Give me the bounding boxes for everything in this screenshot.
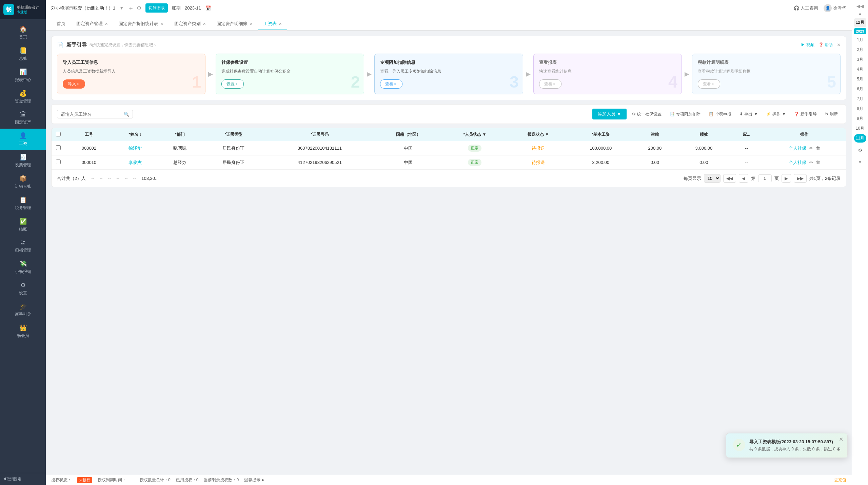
- search-box: 🔍: [57, 110, 133, 118]
- cell-name[interactable]: 徐泽华: [113, 141, 158, 155]
- tab-payroll-table[interactable]: 工资表 ✕: [258, 18, 287, 30]
- per-page-label: 每页显示: [684, 175, 701, 182]
- step3-btn[interactable]: 查看＞: [380, 79, 402, 89]
- step5-btn[interactable]: 查看＞: [698, 79, 720, 89]
- tab-detail[interactable]: 固定资产明细账 ✕: [211, 18, 258, 30]
- rp-month-3[interactable]: 3月: [854, 55, 866, 64]
- cell-action[interactable]: 个人社保 ✏ 🗑: [763, 155, 846, 170]
- select-all-checkbox[interactable]: [56, 132, 61, 136]
- action-link[interactable]: 个人社保: [789, 160, 806, 165]
- social-insurance-button[interactable]: ⚙ 统一社保设置: [629, 109, 664, 119]
- edit-icon[interactable]: ✏: [809, 160, 813, 165]
- tab-close-category[interactable]: ✕: [203, 22, 206, 26]
- cell-action[interactable]: 个人社保 ✏ 🗑: [763, 141, 846, 155]
- th-status[interactable]: *人员状态 ▼: [442, 128, 507, 141]
- sidebar-item-tax[interactable]: 📋 税务管理: [0, 193, 46, 214]
- tab-home[interactable]: 首页: [51, 18, 71, 30]
- th-id-type: *证照类型: [202, 128, 265, 141]
- row-checkbox[interactable]: [56, 145, 61, 150]
- old-version-button[interactable]: 切到旧版: [145, 3, 168, 13]
- rp-up-arrow[interactable]: ▲: [856, 10, 865, 17]
- sidebar-item-funds[interactable]: 💰 资金管理: [0, 86, 46, 108]
- deduction-icon: 📑: [670, 112, 675, 116]
- rp-month-8[interactable]: 8月: [854, 105, 866, 113]
- next-page-button[interactable]: ▶: [782, 174, 791, 183]
- per-page-select[interactable]: 10 20 50: [704, 174, 721, 183]
- refresh-button[interactable]: ↻ 刷新: [822, 109, 841, 119]
- th-report-status[interactable]: 报送状态 ▼: [507, 128, 569, 141]
- export-button[interactable]: ⬇ 导出 ▼: [737, 109, 761, 119]
- sidebar-item-expense[interactable]: 💸 小畅报销: [0, 257, 46, 278]
- charge-link[interactable]: 去充值: [834, 477, 846, 483]
- calendar-icon[interactable]: 📅: [205, 5, 211, 11]
- wizard-close-button[interactable]: ✕: [837, 42, 841, 48]
- search-input[interactable]: [61, 112, 122, 117]
- rp-expand-button[interactable]: ◀◀: [856, 3, 865, 10]
- toast-close-button[interactable]: ✕: [839, 436, 843, 443]
- tab-close-detail[interactable]: ✕: [250, 22, 253, 26]
- sidebar-item-reports[interactable]: 📊 报表中心: [0, 65, 46, 86]
- row-checkbox[interactable]: [56, 160, 61, 164]
- rp-month-6[interactable]: 6月: [854, 85, 866, 93]
- tab-depreciation[interactable]: 固定资产折旧统计表 ✕: [113, 18, 169, 30]
- rp-december[interactable]: 12月: [854, 18, 866, 27]
- add-employee-button[interactable]: 添加人员 ▼: [592, 109, 627, 119]
- rp-month-10[interactable]: 10月: [854, 124, 866, 133]
- page-input[interactable]: [758, 174, 772, 182]
- account-dropdown-arrow[interactable]: ▼: [119, 5, 124, 11]
- tab-fixed-assets[interactable]: 固定资产管理 ✕: [71, 18, 113, 30]
- rp-month-9[interactable]: 9月: [854, 114, 866, 123]
- rp-month-7[interactable]: 7月: [854, 95, 866, 103]
- action-link[interactable]: 个人社保: [789, 146, 806, 151]
- wizard-help-link[interactable]: ❓ 帮助: [818, 42, 833, 48]
- add-account-button[interactable]: ＋: [128, 4, 134, 12]
- ai-consult-button[interactable]: 🎧 人工咨询: [794, 5, 818, 11]
- rp-down-icon[interactable]: ▼: [855, 157, 865, 167]
- rp-month-5[interactable]: 5月: [854, 75, 866, 83]
- invoices-icon: 🧾: [19, 153, 27, 161]
- step4-btn[interactable]: 查看＞: [539, 79, 561, 89]
- sidebar-item-home[interactable]: 🏠 首页: [0, 22, 46, 43]
- sidebar-item-invoices[interactable]: 🧾 发票管理: [0, 150, 46, 171]
- cell-name[interactable]: 李俊杰: [113, 155, 158, 170]
- rp-settings-icon[interactable]: ⚙: [855, 145, 865, 155]
- delete-icon[interactable]: 🗑: [816, 146, 820, 151]
- rp-month-1[interactable]: 1月: [854, 36, 866, 44]
- sidebar-item-payroll[interactable]: 👤 工资: [0, 129, 46, 150]
- rp-month-4[interactable]: 4月: [854, 65, 866, 74]
- prev-page-button[interactable]: ◀: [739, 174, 748, 183]
- tab-close-depreciation[interactable]: ✕: [160, 22, 163, 26]
- sidebar-item-general-ledger[interactable]: 📒 总账: [0, 43, 46, 65]
- th-select-all[interactable]: [52, 128, 65, 141]
- row-checkbox-cell[interactable]: [52, 141, 65, 155]
- sidebar-item-settings[interactable]: ⚙ 设置: [0, 278, 46, 299]
- sidebar-item-inventory[interactable]: 📦 进销台账: [0, 171, 46, 193]
- rp-month-11[interactable]: 11月: [854, 134, 866, 143]
- first-page-button[interactable]: ◀◀: [723, 174, 736, 183]
- th-name[interactable]: *姓名 ↕: [113, 128, 158, 141]
- user-profile[interactable]: 👤 徐泽华: [824, 4, 846, 12]
- delete-icon[interactable]: 🗑: [816, 160, 820, 165]
- operations-button[interactable]: ⚡ 操作 ▼: [763, 109, 789, 119]
- wizard-video-link[interactable]: ▶ 视频: [801, 42, 814, 48]
- settings-gear-button[interactable]: ⚙: [137, 5, 141, 11]
- row-checkbox-cell[interactable]: [52, 155, 65, 170]
- cell-status: 正常: [442, 141, 507, 155]
- tab-close-payroll[interactable]: ✕: [279, 22, 282, 26]
- sidebar-item-archive[interactable]: 🗂 归档管理: [0, 236, 46, 257]
- sidebar-item-fixed-assets[interactable]: 🏛 固定资产: [0, 108, 46, 129]
- deduction-button[interactable]: 📑 专项附加扣除: [667, 109, 703, 119]
- tab-category[interactable]: 固定资产类别 ✕: [169, 18, 211, 30]
- sidebar-item-guide[interactable]: 🎓 新手引导: [0, 299, 46, 321]
- rp-month-2[interactable]: 2月: [854, 45, 866, 54]
- sidebar-item-member[interactable]: 👑 畅会员: [0, 321, 46, 342]
- step2-btn[interactable]: 设置＞: [221, 79, 244, 89]
- wizard-button[interactable]: ❓ 新手引导: [791, 109, 820, 119]
- tax-filing-button[interactable]: 📋 个税申报: [706, 109, 734, 119]
- step1-btn[interactable]: 导入＞: [63, 79, 85, 89]
- sidebar-item-settlement[interactable]: ✅ 结账: [0, 214, 46, 236]
- last-page-button[interactable]: ▶▶: [794, 174, 807, 183]
- edit-icon[interactable]: ✏: [809, 146, 813, 151]
- unfix-button[interactable]: ◀取消固定: [3, 477, 43, 482]
- tab-close-fixed-assets[interactable]: ✕: [105, 22, 108, 26]
